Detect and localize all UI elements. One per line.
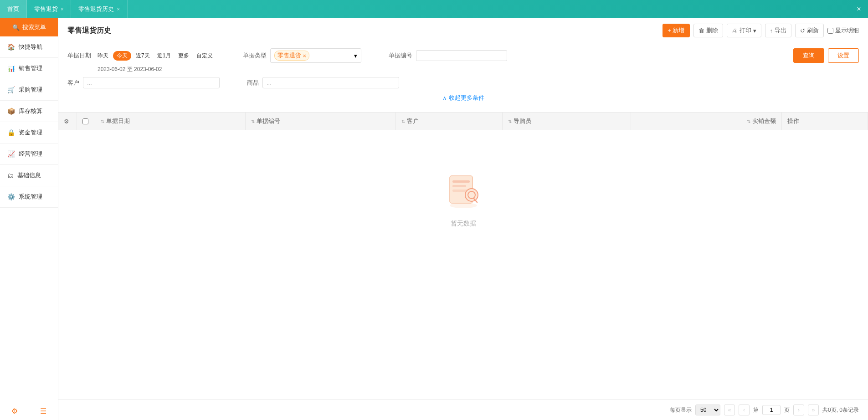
sidebar-item-finance-label: 资金管理	[19, 128, 42, 137]
empty-text: 暂无数据	[451, 220, 476, 228]
sidebar-item-purchase[interactable]: 🛒 采购管理	[0, 79, 58, 101]
table-container: ⚙ ⇅ 单据日期	[58, 113, 868, 400]
first-page-button[interactable]: «	[724, 405, 735, 415]
page-number-input[interactable]	[762, 405, 781, 415]
type-filter-group: 单据类型 零售退货 × ▾	[243, 48, 361, 63]
last-page-button[interactable]: »	[808, 405, 819, 415]
customer-filter-group: 客户 ...	[67, 77, 220, 88]
refresh-button[interactable]: ↺ 刷新	[795, 24, 824, 37]
new-button-label: + 新增	[668, 26, 684, 35]
page-title: 零售退货历史	[67, 26, 111, 36]
number-filter-input[interactable]	[416, 50, 507, 61]
product-filter-input[interactable]: ...	[262, 77, 399, 88]
tab-home[interactable]: 首页	[0, 0, 27, 18]
customer-filter-input[interactable]: ...	[83, 77, 220, 88]
tab-retail-return-history-close[interactable]: ×	[117, 6, 119, 12]
sidebar-item-inventory-label: 库存核算	[19, 107, 42, 115]
col-amount-sort-icon[interactable]: ⇅	[747, 119, 750, 124]
type-filter-tag-close[interactable]: ×	[303, 52, 306, 59]
show-detail-checkbox[interactable]	[827, 28, 833, 34]
query-button-label: 查询	[803, 51, 815, 60]
show-detail-checkbox-label[interactable]: 显示明细	[827, 26, 859, 35]
prev-page-button[interactable]: ‹	[739, 405, 750, 415]
page-size-select[interactable]: 50 10 20 100	[695, 405, 720, 415]
sidebar-search-label: 搜索菜单	[22, 23, 46, 31]
col-date: ⇅ 单据日期	[95, 113, 245, 130]
col-customer-label: 客户	[407, 117, 419, 125]
new-button[interactable]: + 新增	[663, 24, 689, 37]
date-option-yesterday[interactable]: 昨天	[95, 51, 111, 61]
sidebar-item-quick-nav[interactable]: 🏠 快捷导航	[0, 36, 58, 58]
refresh-icon: ↺	[800, 27, 805, 34]
sidebar-bottom: ⚙ ☰	[0, 402, 58, 420]
number-filter-label: 单据编号	[389, 51, 412, 60]
svg-point-5	[465, 189, 478, 201]
sidebar-item-operation[interactable]: 📈 经营管理	[0, 143, 58, 165]
col-amount: ⇅ 实销金额	[631, 113, 781, 130]
sidebar-settings-button[interactable]: ⚙	[0, 402, 29, 420]
data-table: ⚙ ⇅ 单据日期	[58, 113, 868, 130]
empty-icon	[441, 167, 486, 212]
page-suffix: 页	[784, 406, 790, 414]
svg-point-0	[450, 203, 477, 208]
purchase-icon: 🛒	[7, 86, 15, 93]
tab-retail-return-close[interactable]: ×	[61, 6, 63, 12]
sidebar-item-basic-info[interactable]: 🗂 基础信息	[0, 165, 58, 186]
tab-retail-return[interactable]: 零售退货 ×	[27, 0, 71, 18]
tab-retail-return-label: 零售退货	[34, 5, 58, 13]
date-option-custom[interactable]: 自定义	[194, 51, 216, 61]
collapse-label: 收起更多条件	[449, 94, 484, 102]
total-info: 共0页, 0条记录	[822, 406, 859, 414]
main-layout: 🔍 搜索菜单 🏠 快捷导航 📊 销售管理 🛒 采购管理 📦 库存核算 🔒	[0, 18, 868, 420]
sidebar-item-system-label: 系统管理	[19, 193, 42, 201]
content-area: 零售退货历史 + 新增 🗑 删除 🖨 打印 ▾ ↑	[58, 18, 868, 420]
window-close-button[interactable]: ×	[850, 0, 868, 18]
svg-rect-4	[452, 190, 468, 192]
sidebar-item-quick-nav-label: 快捷导航	[19, 43, 42, 51]
next-page-button[interactable]: ›	[793, 405, 804, 415]
page-header: 零售退货历史 + 新增 🗑 删除 🖨 打印 ▾ ↑	[58, 18, 868, 113]
col-customer-sort-icon[interactable]: ⇅	[401, 119, 405, 124]
col-date-label: 单据日期	[106, 117, 130, 125]
table-settings-icon[interactable]: ⚙	[64, 118, 69, 125]
search-icon: 🔍	[12, 24, 20, 31]
export-button[interactable]: ↑ 导出	[765, 24, 792, 37]
sidebar-menu-button[interactable]: ☰	[29, 402, 58, 420]
tab-retail-return-history-label: 零售退货历史	[78, 5, 114, 13]
sidebar-search-button[interactable]: 🔍 搜索菜单	[0, 18, 58, 36]
col-guide-sort-icon[interactable]: ⇅	[508, 119, 512, 124]
top-bar: 首页 零售退货 × 零售退货历史 × ×	[0, 0, 868, 18]
tab-retail-return-history[interactable]: 零售退货历史 ×	[71, 0, 127, 18]
delete-button-label: 删除	[706, 26, 718, 35]
col-guide-label: 导购员	[514, 117, 531, 125]
select-all-checkbox[interactable]	[82, 118, 88, 124]
customer-filter-label: 客户	[67, 79, 79, 87]
collapse-button[interactable]: ∧ 收起更多条件	[439, 92, 488, 104]
page-title-row: 零售退货历史 + 新增 🗑 删除 🖨 打印 ▾ ↑	[67, 24, 859, 42]
tab-list: 首页 零售退货 × 零售退货历史 ×	[0, 0, 850, 18]
col-action-label: 操作	[787, 117, 799, 125]
filter-area: 单据日期 昨天 今天 近7天 近1月 更多 自定义 单据类型	[67, 42, 859, 112]
date-option-more[interactable]: 更多	[175, 51, 192, 61]
sidebar-item-finance[interactable]: 🔒 资金管理	[0, 122, 58, 143]
sidebar-item-system[interactable]: ⚙️ 系统管理	[0, 186, 58, 208]
product-filter-label: 商品	[247, 79, 259, 87]
type-filter-select[interactable]: 零售退货 × ▾	[270, 48, 361, 63]
delete-button[interactable]: 🗑 删除	[693, 24, 723, 37]
date-option-month[interactable]: 近1月	[154, 51, 174, 61]
setting-button[interactable]: 设置	[828, 48, 859, 63]
query-button[interactable]: 查询	[793, 48, 824, 63]
date-option-week[interactable]: 近7天	[133, 51, 153, 61]
print-button[interactable]: 🖨 打印 ▾	[727, 24, 761, 37]
col-date-sort-icon[interactable]: ⇅	[101, 119, 104, 124]
sidebar-item-sales[interactable]: 📊 销售管理	[0, 58, 58, 79]
export-button-label: 导出	[775, 26, 786, 35]
type-filter-tag: 零售退货 ×	[274, 51, 309, 61]
print-dropdown-icon: ▾	[753, 27, 756, 34]
finance-icon: 🔒	[7, 129, 15, 136]
date-option-today[interactable]: 今天	[113, 51, 131, 61]
sidebar-item-inventory[interactable]: 📦 库存核算	[0, 101, 58, 122]
col-number: ⇅ 单据编号	[245, 113, 395, 130]
col-number-sort-icon[interactable]: ⇅	[251, 119, 255, 124]
product-filter-group: 商品 ...	[247, 77, 399, 88]
